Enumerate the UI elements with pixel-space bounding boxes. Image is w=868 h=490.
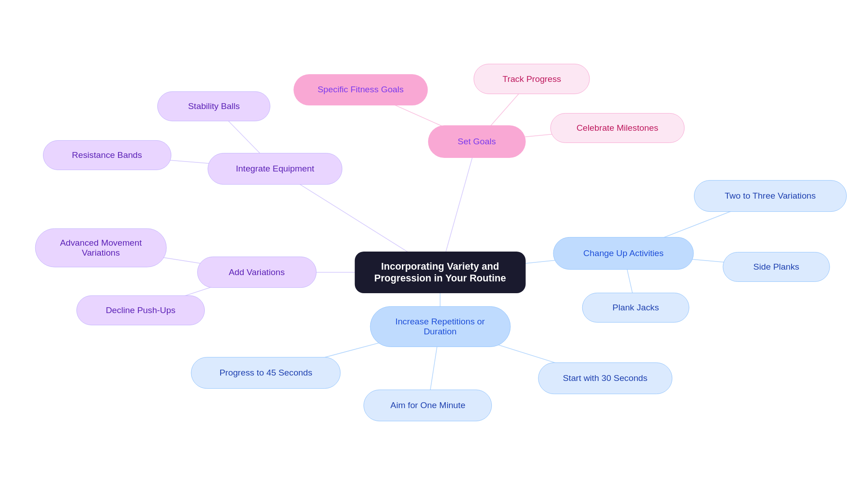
plank-jacks-node: Plank Jacks xyxy=(582,293,689,323)
stability-balls-node: Stability Balls xyxy=(157,91,270,121)
set-goals-node: Set Goals xyxy=(428,125,525,158)
resistance-bands-node: Resistance Bands xyxy=(43,140,171,170)
change-activities-node: Change Up Activities xyxy=(553,237,694,269)
decline-pushups-node: Decline Push-Ups xyxy=(76,295,205,325)
side-planks-node: Side Planks xyxy=(723,252,830,282)
mindmap-container: Set GoalsSpecific Fitness GoalsTrack Pro… xyxy=(0,0,868,490)
aim-one-minute-node: Aim for One Minute xyxy=(364,390,492,422)
integrate-equipment-node: Integrate Equipment xyxy=(208,153,342,185)
start-30-node: Start with 30 Seconds xyxy=(538,362,672,394)
specific-fitness-goals-node: Specific Fitness Goals xyxy=(293,74,428,106)
increase-reps-node: Increase Repetitions or Duration xyxy=(370,306,510,347)
center-node: Incorporating Variety and Progression in… xyxy=(354,252,526,293)
progress-45-node: Progress to 45 Seconds xyxy=(191,357,341,389)
track-progress-node: Track Progress xyxy=(474,64,590,94)
celebrate-milestones-node: Celebrate Milestones xyxy=(550,113,684,143)
two-three-variations-node: Two to Three Variations xyxy=(694,180,847,212)
add-variations-node: Add Variations xyxy=(197,257,316,288)
advanced-movement-node: Advanced Movement Variations xyxy=(35,228,167,267)
